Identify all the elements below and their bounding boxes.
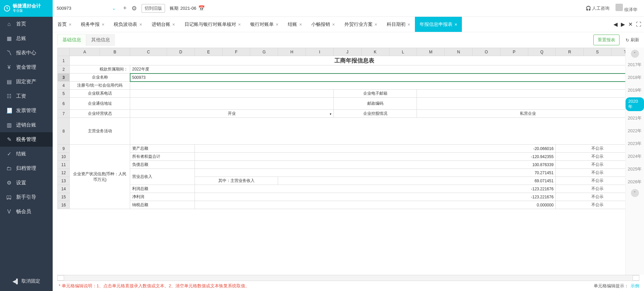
company-name: 500973 [57,6,71,11]
user-menu[interactable]: 徐泽华 [615,4,637,13]
company-selector[interactable]: 500973 ⌄ [53,6,120,11]
period-label: 账期 [170,5,178,11]
add-icon[interactable]: + [123,5,127,12]
brand-name: 畅捷通好会计 [13,3,41,8]
avatar-icon [615,4,623,11]
app-logo: 畅捷通好会计 专业版 [0,0,53,17]
support-link[interactable]: 🎧 人工咨询 [586,5,610,11]
gear-icon[interactable]: ⚙ [131,5,137,12]
logo-icon [3,5,11,12]
brand-edition: 专业版 [13,8,41,13]
period-value[interactable]: 2021-06 [180,6,197,11]
old-version-button[interactable]: 切到旧版 [142,4,165,13]
calendar-icon[interactable]: 📅 [198,5,205,11]
chevron-down-icon: ⌄ [112,6,116,11]
